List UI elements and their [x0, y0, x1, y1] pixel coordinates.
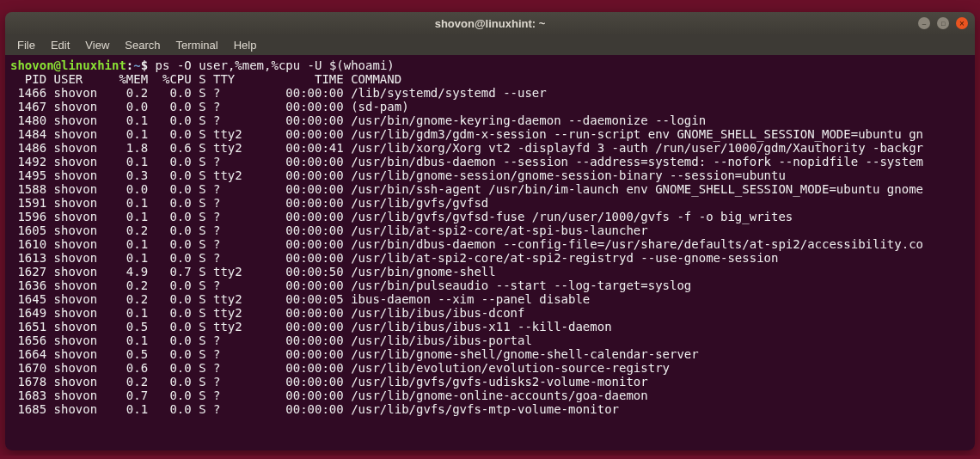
ps-row: 1467 shovon 0.0 0.0 S ? 00:00:00 (sd-pam… — [10, 100, 409, 113]
prompt-userhost: shovon@linuxhint — [10, 58, 126, 72]
terminal-output[interactable]: shovon@linuxhint:~$ ps -O user,%mem,%cpu… — [5, 55, 975, 450]
ps-row: 1484 shovon 0.1 0.0 S tty2 00:00:00 /usr… — [10, 127, 923, 141]
ps-row: 1656 shovon 0.1 0.0 S ? 00:00:00 /usr/li… — [10, 334, 532, 347]
menu-terminal[interactable]: Terminal — [169, 37, 225, 53]
ps-row: 1588 shovon 0.0 0.0 S ? 00:00:00 /usr/bi… — [10, 182, 923, 196]
menubar: File Edit View Search Terminal Help — [5, 34, 975, 55]
menu-file[interactable]: File — [10, 37, 42, 53]
ps-row: 1636 shovon 0.2 0.0 S ? 00:00:00 /usr/bi… — [10, 278, 691, 292]
ps-row: 1649 shovon 0.1 0.0 S tty2 00:00:00 /usr… — [10, 306, 524, 320]
ps-row: 1466 shovon 0.2 0.0 S ? 00:00:00 /lib/sy… — [10, 86, 547, 100]
ps-row: 1651 shovon 0.5 0.0 S tty2 00:00:00 /usr… — [10, 320, 612, 334]
ps-row: 1664 shovon 0.5 0.0 S ? 00:00:00 /usr/li… — [10, 347, 699, 361]
ps-row: 1610 shovon 0.1 0.0 S ? 00:00:00 /usr/bi… — [10, 237, 923, 251]
ps-row: 1627 shovon 4.9 0.7 S tty2 00:00:50 /usr… — [10, 265, 496, 278]
ps-row: 1613 shovon 0.1 0.0 S ? 00:00:00 /usr/li… — [10, 251, 778, 265]
maximize-button[interactable]: □ — [937, 17, 949, 29]
ps-row: 1486 shovon 1.8 0.6 S tty2 00:00:41 /usr… — [10, 141, 923, 155]
prompt-marker: $ — [141, 58, 156, 72]
titlebar[interactable]: shovon@linuxhint: ~ – □ × — [5, 12, 975, 34]
ps-row: 1605 shovon 0.2 0.0 S ? 00:00:00 /usr/li… — [10, 223, 648, 237]
close-icon: × — [959, 19, 965, 28]
close-button[interactable]: × — [956, 17, 968, 29]
maximize-icon: □ — [941, 21, 945, 27]
ps-header: PID USER %MEM %CPU S TTY TIME COMMAND — [10, 72, 401, 86]
ps-row: 1480 shovon 0.1 0.0 S ? 00:00:00 /usr/bi… — [10, 113, 706, 127]
typed-command: ps -O user,%mem,%cpu -U $(whoami) — [156, 58, 395, 72]
menu-edit[interactable]: Edit — [44, 37, 77, 53]
minimize-icon: – — [922, 20, 926, 28]
prompt-path: ~ — [133, 58, 140, 72]
minimize-button[interactable]: – — [918, 17, 930, 29]
window-controls: – □ × — [918, 17, 968, 29]
menu-view[interactable]: View — [78, 37, 116, 53]
ps-row: 1495 shovon 0.3 0.0 S tty2 00:00:00 /usr… — [10, 168, 786, 182]
menu-help[interactable]: Help — [227, 37, 264, 53]
ps-row: 1596 shovon 0.1 0.0 S ? 00:00:00 /usr/li… — [10, 210, 793, 223]
ps-row: 1492 shovon 0.1 0.0 S ? 00:00:00 /usr/bi… — [10, 155, 923, 168]
window-title: shovon@linuxhint: ~ — [435, 17, 546, 30]
ps-row: 1591 shovon 0.1 0.0 S ? 00:00:00 /usr/li… — [10, 196, 488, 210]
ps-row: 1683 shovon 0.7 0.0 S ? 00:00:00 /usr/li… — [10, 389, 648, 402]
terminal-window: shovon@linuxhint: ~ – □ × File Edit View… — [5, 12, 975, 450]
ps-row: 1645 shovon 0.2 0.0 S tty2 00:00:05 ibus… — [10, 292, 590, 306]
ps-row: 1685 shovon 0.1 0.0 S ? 00:00:00 /usr/li… — [10, 402, 619, 416]
ps-row: 1670 shovon 0.6 0.0 S ? 00:00:00 /usr/li… — [10, 361, 670, 375]
menu-search[interactable]: Search — [118, 37, 167, 53]
desktop-background — [0, 0, 980, 12]
ps-row: 1678 shovon 0.2 0.0 S ? 00:00:00 /usr/li… — [10, 375, 648, 389]
